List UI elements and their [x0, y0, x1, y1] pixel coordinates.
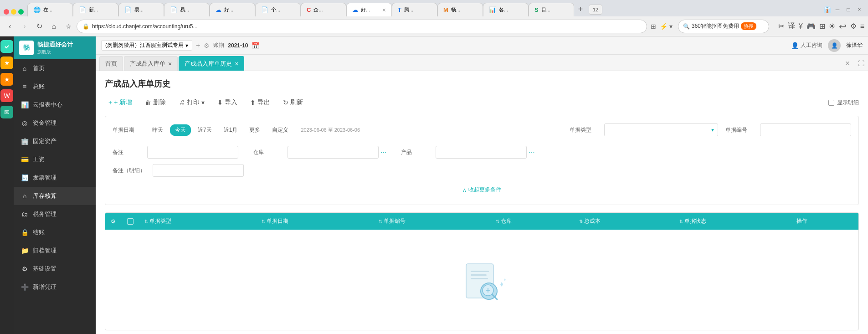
date-yesterday-btn[interactable]: 昨天 [147, 124, 168, 136]
add-company-btn[interactable]: + [196, 41, 200, 50]
th-date[interactable]: ⇅ 单据日期 [256, 213, 373, 230]
new-tab-button[interactable]: + [574, 3, 587, 15]
page-tab-inventory-history[interactable]: 产成品入库单历史 × [179, 56, 244, 71]
collapse-btn[interactable]: ∧ 收起更多条件 [462, 182, 501, 197]
browser-tab-3[interactable]: 📄 易... [118, 3, 164, 16]
gamepad-icon[interactable]: 🎮 [806, 22, 816, 31]
side-icon-star[interactable]: ★ [0, 73, 13, 86]
th-total-cost[interactable]: ⇅ 总成本 [574, 213, 674, 230]
browser-tab-9[interactable]: T 腾... [392, 3, 437, 16]
delete-btn[interactable]: 🗑 删除 [141, 97, 169, 108]
date-more-btn[interactable]: 更多 [244, 124, 265, 136]
sidebar-item-reports[interactable]: 📊 云报表中心 [14, 96, 96, 114]
number-input[interactable] [760, 123, 851, 136]
select-all-checkbox[interactable] [127, 218, 134, 225]
search-box[interactable]: 🔍 360智能抠图免费用 热搜 [678, 20, 769, 33]
date-custom-btn[interactable]: 自定义 [267, 124, 293, 136]
sidebar-item-tax[interactable]: 🗂 税务管理 [14, 205, 96, 223]
side-icon-app[interactable] [0, 40, 13, 53]
sidebar-item-home[interactable]: ⌂ 首页 [14, 59, 96, 77]
warehouse-dots-btn[interactable]: ··· [380, 148, 386, 156]
date-today-btn[interactable]: 今天 [170, 124, 191, 136]
warehouse-input[interactable] [288, 146, 379, 159]
export-btn[interactable]: ⬆ 导出 [247, 97, 274, 108]
product-input[interactable] [436, 146, 527, 159]
sidebar-item-payroll[interactable]: 💳 工资 [14, 150, 96, 169]
nav-forward-btn[interactable]: › [18, 20, 31, 33]
scissors-icon[interactable]: ✂ [778, 22, 784, 31]
th-checkbox[interactable] [122, 213, 139, 230]
refresh-btn[interactable]: ↻ 刷新 [279, 97, 307, 108]
sidebar-item-archive[interactable]: 📁 归档管理 [14, 242, 96, 260]
user-service-btn[interactable]: 👤 人工咨询 [791, 41, 822, 49]
calendar-icon[interactable]: 📅 [252, 42, 259, 49]
add-btn[interactable]: + + 新增 [105, 97, 136, 108]
type-select[interactable]: ▾ [604, 123, 718, 136]
panel-expand-btn[interactable]: ⛶ [854, 56, 868, 71]
browser-tab-8[interactable]: ☁ 好... × [346, 3, 392, 16]
browser-tab-6[interactable]: 📄 个... [255, 3, 301, 16]
window-restore-btn[interactable]: □ [843, 5, 853, 15]
nav-home-btn[interactable]: ⌂ [47, 20, 60, 33]
tab-count-badge[interactable]: 12 [589, 5, 602, 15]
product-dots-btn[interactable]: ··· [529, 148, 534, 156]
grid-icon[interactable]: ⊞ [819, 22, 825, 31]
side-icon-yellow[interactable]: ★ [0, 57, 13, 69]
page-tab-inventory-list[interactable]: 产成品入库单 × [124, 56, 178, 71]
dropdown-arrow[interactable]: ▾ [669, 23, 673, 30]
side-icon-mail[interactable]: ✉ [0, 106, 13, 118]
window-close-btn[interactable]: × [854, 5, 864, 15]
browser-tab-7[interactable]: C 企... [301, 3, 346, 16]
page-tab-home[interactable]: 首页 [99, 56, 123, 71]
browser-tab-5[interactable]: ☁ 好... [210, 3, 255, 16]
window-minimize-btn[interactable]: ─ [832, 5, 842, 15]
page-tab-inventory-list-close[interactable]: × [168, 60, 172, 67]
browser-tab-10[interactable]: M 畅... [437, 3, 483, 16]
print-btn[interactable]: 🖨 打印 ▾ [175, 97, 208, 108]
user-avatar[interactable]: 👤 [828, 39, 841, 52]
nav-back-btn[interactable]: ‹ [4, 20, 16, 33]
extensions-icon[interactable]: ⊞ [651, 23, 656, 30]
th-number[interactable]: ⇅ 单据编号 [373, 213, 490, 230]
lightning-icon[interactable]: ⚡ [660, 23, 668, 30]
panel-close-btn[interactable]: × [841, 56, 854, 71]
sidebar-item-invoice[interactable]: 🧾 发票管理 [14, 169, 96, 187]
browser-tab-2[interactable]: 📄 新... [73, 3, 118, 16]
date-7days-btn[interactable]: 近7天 [193, 124, 217, 136]
import-btn[interactable]: ⬇ 导入 [214, 97, 241, 108]
nav-refresh-btn[interactable]: ↻ [33, 20, 46, 33]
nav-settings-btn[interactable]: ⚙ [850, 22, 857, 31]
company-selector[interactable]: (勿删勿禁用）江西服宝测试专用 ▾ [101, 40, 192, 51]
translate-icon[interactable]: 译 [788, 21, 795, 31]
nav-menu-btn[interactable]: ≡ [860, 22, 864, 31]
tab-8-close[interactable]: × [382, 6, 386, 14]
sidebar-item-ledger[interactable]: ≡ 总账 [14, 77, 96, 96]
th-warehouse[interactable]: ⇅ 仓库 [490, 213, 574, 230]
browser-tab-12[interactable]: S 目... [529, 3, 574, 16]
browser-tab-11[interactable]: 📊 各... [483, 3, 529, 16]
sidebar-item-funds[interactable]: ◎ 资金管理 [14, 114, 96, 132]
show-detail-checkbox[interactable] [828, 100, 834, 106]
sidebar-item-new-voucher[interactable]: ➕ 新增凭证 [14, 278, 96, 296]
sidebar-item-closing[interactable]: 🔒 结账 [14, 223, 96, 242]
note-detail-input[interactable] [153, 164, 244, 177]
date-1month-btn[interactable]: 近1月 [219, 124, 243, 136]
company-settings-btn[interactable]: ⚙ [204, 42, 210, 49]
th-type[interactable]: ⇅ 单据类型 [139, 213, 256, 230]
note-input[interactable] [147, 146, 238, 159]
side-icon-red[interactable]: W [0, 89, 13, 102]
sidebar-item-settings[interactable]: ⚙ 基础设置 [14, 260, 96, 278]
nav-bookmark-btn[interactable]: ☆ [62, 20, 75, 33]
nav-more-btn[interactable]: ↩ [839, 21, 847, 32]
currency-icon[interactable]: ¥ [799, 22, 803, 31]
th-settings[interactable]: ⚙ [105, 213, 122, 230]
theme-icon[interactable]: ☀ [829, 22, 835, 31]
sidebar-item-inventory[interactable]: ⌂ 库存核算 [14, 187, 96, 205]
browser-tab-4[interactable]: 📄 易... [164, 3, 210, 16]
refresh-icon: ↻ [283, 99, 288, 106]
sidebar-item-fixed-assets[interactable]: 🏢 固定资产 [14, 132, 96, 150]
page-tab-inventory-history-close[interactable]: × [235, 60, 238, 67]
url-bar[interactable]: 🔒 https://cloud.chanjet.com/accounting/u… [77, 20, 647, 33]
browser-tab-1[interactable]: 🌐 在... [27, 3, 73, 16]
th-status[interactable]: ⇅ 单据状态 [674, 213, 791, 230]
